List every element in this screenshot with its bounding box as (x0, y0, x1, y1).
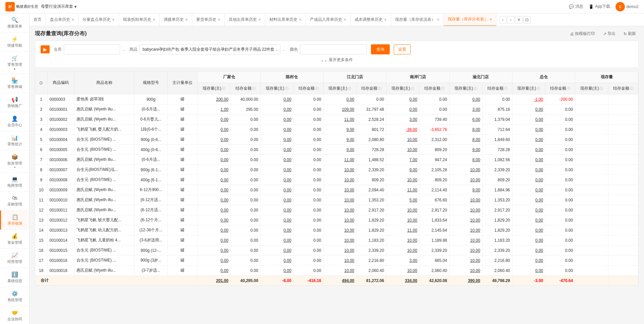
sidebar-item-operations[interactable]: 📈 经营管理 (0, 249, 29, 268)
tab-next-btn[interactable]: › (507, 16, 515, 24)
tab-1[interactable]: 盘点单历史 ✕ (46, 13, 78, 26)
tab-close-all-btn[interactable]: ✕ (515, 16, 523, 24)
sidebar-item-mall[interactable]: 🏪 零售商城 (0, 74, 29, 93)
tab-11[interactable]: 现存量（库存分布表） ✕ (444, 13, 496, 26)
tab-8[interactable]: 产成品入库单历史 ✕ (306, 13, 351, 26)
sidebar-item-wholesale[interactable]: 📦 批发管理 ▾ (0, 150, 29, 173)
tab-8-close[interactable]: ✕ (343, 18, 346, 21)
cell-t-stock[interactable]: 0.00 (512, 175, 545, 185)
sidebar-item-finance[interactable]: 💰 资金管理 (0, 230, 29, 249)
cell-t-stock[interactable]: 0.00 (512, 155, 545, 165)
cell-j-stock[interactable]: 9.00 (323, 135, 357, 145)
company-select[interactable]: 母婴行业演示库套 ▾ (41, 4, 76, 9)
user-btn[interactable]: E demo2 (615, 2, 639, 11)
cell-t-stock[interactable]: 0.00 (512, 245, 545, 256)
tab-4-close[interactable]: ✕ (185, 18, 188, 21)
cell-t-stock[interactable]: 0.00 (512, 135, 545, 145)
cell-j-stock[interactable]: 10.00 (323, 245, 357, 256)
cell-y-stock[interactable]: 9.00 (449, 185, 482, 195)
cell-f-stock[interactable]: 0.00 (198, 205, 231, 215)
tab-7[interactable]: 材料出库单历史 ✕ (265, 13, 306, 26)
cell-c-stock[interactable]: 0.00 (260, 165, 293, 175)
sidebar-item-marketing[interactable]: 📢 营销推广 (0, 93, 29, 112)
refresh-btn[interactable]: ↻ 刷新 (621, 30, 639, 38)
cell-t-stock[interactable]: 0.00 (512, 215, 545, 225)
cell-y-stock[interactable]: 10.00 (449, 195, 482, 205)
sidebar-item-search[interactable]: 🔍 搜索英单 (0, 13, 29, 33)
cell-n-stock[interactable]: 9.00 (386, 165, 420, 175)
tab-6-close[interactable]: ✕ (258, 18, 261, 21)
tab-2[interactable]: 分量盘点单历史 ✕ (78, 13, 119, 26)
cell-j-stock[interactable]: 10.00 (323, 195, 357, 205)
cell-n-stock[interactable]: 10.00 (386, 145, 420, 155)
cell-y-stock[interactable]: 10.00 (449, 205, 482, 215)
cell-c-stock[interactable]: 0.00 (260, 266, 293, 276)
tab-prev-btn[interactable]: ‹ (499, 16, 506, 24)
color-input[interactable] (300, 44, 367, 54)
sidebar-item-inventory[interactable]: 📋 库存核算 (0, 211, 29, 230)
cell-t-stock[interactable]: 0.00 (512, 185, 545, 195)
tab-6[interactable]: 其他出库单历史 ✕ (225, 13, 265, 26)
cell-j-stock[interactable]: 109.00 (323, 104, 357, 114)
tab-expand-btn[interactable]: ⊡ (523, 16, 531, 24)
cell-n-stock[interactable]: 11.00 (386, 225, 420, 235)
cell-y-stock[interactable]: 10.00 (449, 245, 482, 256)
cell-t-stock[interactable]: 0.00 (512, 235, 545, 245)
cell-t-stock[interactable]: 0.00 (512, 125, 545, 135)
cell-f-stock[interactable]: 0.00 (198, 256, 231, 266)
cell-f-stock[interactable]: 0.00 (198, 235, 231, 245)
cell-y-stock[interactable]: 8.00 (449, 125, 482, 135)
warehouse-input[interactable] (64, 44, 120, 54)
cell-n-stock[interactable]: 0.00 (386, 94, 420, 104)
cell-t-stock[interactable]: 0.00 (512, 195, 545, 205)
tab-1-close[interactable]: ✕ (71, 18, 74, 21)
cell-y-stock[interactable]: 10.00 (449, 256, 482, 266)
tab-3-close[interactable]: ✕ (153, 18, 155, 21)
footer-n-stock[interactable]: 334.00 (386, 276, 420, 286)
settings-icon[interactable]: ⚙ (39, 80, 43, 86)
cell-y-stock[interactable]: 6.00 (449, 114, 482, 125)
cell-f-stock[interactable]: 0.00 (198, 245, 231, 256)
cell-c-stock[interactable]: 0.00 (260, 215, 293, 225)
cell-j-stock[interactable]: 10.00 (323, 185, 357, 195)
cell-t-stock[interactable]: 0.00 (512, 266, 545, 276)
cell-n-stock[interactable]: 0.00 (386, 104, 420, 114)
cell-c-stock[interactable]: 0.00 (260, 125, 293, 135)
cell-t-stock[interactable]: 0.00 (512, 145, 545, 155)
cell-c-stock[interactable]: 0.00 (260, 175, 293, 185)
cell-j-stock[interactable]: 0.00 (323, 94, 357, 104)
cell-y-stock[interactable]: 0.00 (449, 94, 482, 104)
cell-f-stock[interactable]: 0.00 (198, 195, 231, 205)
sidebar-item-retail-mgmt[interactable]: 🛒 零售管理 ▲ (0, 52, 29, 74)
cell-j-stock[interactable]: 9.00 (323, 145, 357, 155)
cell-j-stock[interactable]: 10.00 (323, 225, 357, 235)
cell-y-stock[interactable]: 8.00 (449, 135, 482, 145)
cell-y-stock[interactable]: 3.00 (449, 104, 482, 114)
cell-c-stock[interactable]: 0.00 (260, 155, 293, 165)
tab-10-close[interactable]: ✕ (437, 18, 439, 21)
cell-f-stock[interactable]: 0.00 (198, 114, 231, 125)
cell-f-stock[interactable]: 0.00 (198, 175, 231, 185)
cell-t-stock[interactable]: 0.00 (512, 114, 545, 125)
cell-j-stock[interactable]: 11.00 (323, 114, 357, 125)
messages-btn[interactable]: 💬 消息 (569, 4, 583, 9)
search-button[interactable]: 查询 (371, 44, 390, 54)
setting-button[interactable]: 设置 (394, 44, 411, 54)
cell-n-stock[interactable]: 10.00 (386, 215, 420, 225)
sidebar-item-purchase[interactable]: 🛍 采购管理 (0, 192, 29, 211)
cell-y-stock[interactable]: 10.00 (449, 225, 482, 235)
cell-c-stock[interactable]: 0.00 (260, 104, 293, 114)
cell-c-stock[interactable]: 0.00 (260, 245, 293, 256)
cell-n-stock[interactable]: 3.00 (386, 114, 420, 125)
footer-y-stock[interactable]: 390.00 (449, 276, 482, 286)
cell-n-stock[interactable]: 3.00 (386, 256, 420, 266)
cell-c-stock[interactable]: 0.00 (260, 145, 293, 155)
product-dots[interactable]: ... (282, 47, 286, 52)
cell-n-stock[interactable]: 10.00 (386, 175, 420, 185)
warehouse-dots[interactable]: ... (122, 47, 125, 52)
cell-t-stock[interactable]: 0.00 (512, 256, 545, 266)
cell-t-stock[interactable]: 0.00 (512, 104, 545, 114)
cell-n-stock[interactable]: 10.00 (386, 245, 420, 256)
tab-10[interactable]: 现存量（库存状况表） ✕ (391, 13, 444, 26)
cell-j-stock[interactable]: 10.00 (323, 205, 357, 215)
